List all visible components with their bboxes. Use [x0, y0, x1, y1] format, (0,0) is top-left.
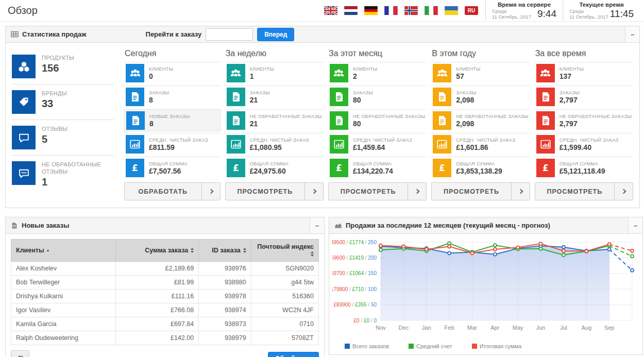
column-title: В этом году [432, 49, 530, 58]
stat-label: ПРОДУКТЫ [42, 55, 74, 62]
metric-row: НЕ ОБРАБОТАННЫЕ ЗАКАЗЫ80 [328, 109, 427, 131]
flag-netherlands-icon[interactable] [344, 6, 358, 15]
sort-icon [311, 251, 314, 257]
column-action-label: ПРОСМОТРЕТЬ [535, 183, 614, 200]
orders-column-header[interactable]: ID заказа [199, 240, 251, 262]
metric-label: КЛИЕНТЫ [250, 66, 274, 72]
document-icon [536, 111, 555, 130]
column-action-button[interactable]: ПРОСМОТРЕТЬ [328, 182, 427, 200]
server-time-date: Среда 11 Октябрь, 2017 [492, 8, 531, 20]
order-row: Drishya Kulkarni£111.16938978516360 [11, 290, 319, 303]
new-orders-table: Клиенты▲Сумма заказаID заказаПочтовый ин… [11, 239, 319, 345]
top-right-area: RU Время на сервере Среда 11 Октябрь, 20… [324, 1, 640, 21]
column-action-button[interactable]: ПРОСМОТРЕТЬ [225, 182, 324, 200]
document-icon [433, 88, 451, 106]
order-cell: £697.84 [115, 317, 198, 331]
bar-chart-icon [536, 135, 555, 154]
metric-row: КЛИЕНТЫ57 [431, 62, 530, 84]
order-cell: 938973 [199, 317, 251, 331]
metric-row: £ОБЩАЯ СУММА£3,853,138.29 [431, 157, 530, 179]
order-cell: 938978 [199, 290, 251, 303]
flag-norway-icon[interactable] [404, 6, 418, 15]
svg-text:£179800 / £710 / 100: £179800 / £710 / 100 [332, 286, 377, 292]
metric-row: СРЕДН. ЧИСТЫЙ ЗАКАЗ£1,601.86 [431, 133, 530, 155]
column-title: За этот месяц [329, 49, 427, 58]
column-action-label: ОБРАБОТАТЬ [125, 183, 201, 200]
chevron-right-icon[interactable] [201, 183, 220, 200]
flag-ukraine-icon[interactable] [445, 6, 458, 15]
column-action-button[interactable]: ПРОСМОТРЕТЬ [535, 182, 633, 200]
orders-column-header[interactable]: Почтовый индекс [251, 240, 318, 262]
refresh-button[interactable] [11, 350, 29, 357]
goto-order-label: Перейти к заказу [146, 30, 202, 38]
chevron-right-icon[interactable] [304, 183, 323, 200]
sidebar-stat-item: ПРОДУКТЫ156 [12, 49, 114, 84]
column-title: За неделю [226, 49, 324, 58]
column-action-button[interactable]: ОБРАБОТАТЬ [124, 182, 221, 200]
bar-chart-icon [330, 135, 348, 154]
metric-label: СРЕДН. ЧИСТЫЙ ЗАКАЗ [149, 137, 208, 143]
flag-germany-icon[interactable] [364, 6, 378, 15]
order-cell: SGN9020 [251, 262, 318, 276]
column-title: За все время [535, 49, 633, 58]
metric-row: КЛИЕНТЫ2 [328, 62, 427, 84]
metric-value: 2,797 [560, 96, 580, 104]
order-cell: 5708ZT [251, 331, 318, 345]
flag-france-icon[interactable] [384, 6, 398, 15]
order-cell: 938979 [199, 331, 251, 345]
metric-row: ЗАКАЗЫ21 [225, 86, 324, 108]
process-orders-button[interactable]: Обработать [268, 352, 319, 357]
metric-label: НЕ ОБРАБОТАННЫЕ ЗАКАЗЫ [456, 113, 528, 119]
chevron-right-icon[interactable] [614, 183, 633, 200]
users-icon [330, 64, 348, 82]
legend-swatch-icon [409, 344, 414, 349]
metric-value: £1,599.40 [560, 143, 619, 151]
orders-collapse-button[interactable]: – [310, 217, 324, 233]
svg-text:Mar: Mar [467, 325, 477, 331]
bar-chart-icon [227, 135, 245, 154]
metric-row: £ОБЩАЯ СУММА£24,975.60 [225, 157, 324, 179]
svg-text:£449500 / £1774 / 250: £449500 / £1774 / 250 [332, 240, 377, 245]
sort-icon [191, 248, 194, 253]
goto-order-input[interactable] [206, 28, 253, 41]
document-icon [126, 111, 145, 130]
stat-label: БРЕНДЫ [42, 90, 67, 97]
server-time-clock: 9:44 [537, 8, 556, 20]
svg-text:£269700 / £1064 / 150: £269700 / £1064 / 150 [332, 270, 377, 276]
order-cell: £81.99 [115, 276, 198, 290]
stat-value: 33 [42, 98, 67, 110]
svg-text:£: £ [233, 163, 239, 173]
chevron-right-icon[interactable] [511, 183, 530, 200]
language-flags: RU [324, 1, 478, 21]
stat-value: 156 [42, 62, 74, 74]
metric-value: £7,507.56 [149, 167, 188, 175]
bar-chart-icon [126, 135, 144, 154]
stat-label: НЕ ОБРАБОТАННЫЕ ОТЗЫВЫ [42, 161, 114, 176]
flag-italy-icon[interactable] [425, 6, 438, 15]
forward-button[interactable]: Вперед [257, 28, 294, 41]
metric-value: 21 [250, 96, 270, 104]
svg-text:Apr: Apr [490, 325, 499, 331]
svg-text:£89900 / £355 / 50: £89900 / £355 / 50 [334, 302, 377, 308]
metric-value: 137 [560, 72, 584, 80]
order-cell: Bob Terwilleger [11, 276, 116, 290]
column-action-button[interactable]: ПРОСМОТРЕТЬ [431, 182, 530, 200]
orders-column-header[interactable]: Сумма заказа [115, 240, 198, 262]
metric-label: СРЕДН. ЧИСТЫЙ ЗАКАЗ [250, 137, 309, 143]
document-icon [126, 88, 144, 106]
column-action-label: ПРОСМОТРЕТЬ [432, 183, 511, 200]
orders-column-header[interactable]: Клиенты▲ [11, 240, 116, 262]
metric-value: £134,220.74 [353, 167, 393, 175]
stats-column: За неделюКЛИЕНТЫ1ЗАКАЗЫ21НЕ ОБРАБОТАННЫЕ… [225, 49, 324, 200]
flag-uk-icon[interactable] [324, 6, 337, 15]
chart-collapse-button[interactable]: – [628, 217, 642, 233]
stats-collapse-button[interactable]: – [625, 26, 639, 42]
language-ru-badge[interactable]: RU [465, 6, 478, 15]
svg-text:Nov: Nov [376, 325, 386, 331]
order-cell: 938976 [199, 262, 251, 276]
metric-value: 8 [149, 120, 190, 128]
metric-value: 21 [250, 120, 322, 128]
chevron-right-icon[interactable] [408, 183, 426, 200]
document-icon [330, 88, 348, 106]
order-cell: Kamila Garcia [11, 317, 116, 331]
